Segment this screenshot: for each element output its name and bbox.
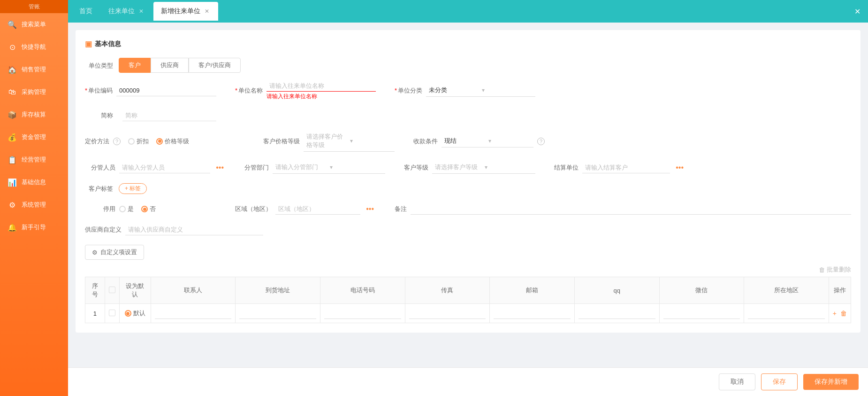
cell-address[interactable] [236, 304, 320, 323]
region-input[interactable] [748, 308, 825, 319]
payment-terms-value: 现结 [444, 137, 487, 145]
header-checkbox[interactable] [109, 287, 115, 293]
add-row-button[interactable]: + [833, 310, 837, 317]
th-fax: 传真 [405, 277, 490, 304]
cell-contact[interactable] [151, 304, 236, 323]
area-input[interactable] [275, 203, 360, 215]
unit-type-both[interactable]: 客户/供应商 [189, 58, 241, 73]
disabled-yes-label: 是 [128, 205, 134, 213]
save-button[interactable]: 保存 [761, 373, 798, 390]
unit-name-field: 单位名称 请输入往来单位名称 [235, 80, 376, 101]
unit-name-input[interactable] [266, 80, 376, 92]
th-default: 设为默认 [119, 277, 151, 304]
unit-code-input[interactable] [116, 85, 216, 96]
unit-type-label: 单位类型 [89, 62, 113, 69]
chevron-down-icon4: ▾ [330, 164, 382, 171]
remark-input[interactable] [411, 203, 851, 215]
payment-help-icon[interactable]: ? [537, 138, 545, 145]
sidebar-item-basic-info[interactable]: 📊 基础信息 [0, 171, 68, 194]
inventory-icon: 📦 [8, 110, 17, 119]
unit-type-supplier[interactable]: 供应商 [151, 58, 189, 73]
tab-home[interactable]: 首页 [72, 2, 100, 21]
unit-type-row: 单位类型 客户 供应商 客户/供应商 [85, 58, 851, 73]
pricing-level-radio[interactable]: 价格等级 [156, 137, 189, 146]
tab-bar-close-button[interactable]: ✕ [851, 5, 864, 18]
unit-info-row: 单位编码 单位名称 请输入往来单位名称 [85, 80, 851, 101]
custom-settings-button[interactable]: ⚙ 自定义项设置 [85, 245, 144, 260]
area-dots-button[interactable]: ••• [364, 205, 376, 213]
row-checkbox[interactable] [109, 310, 115, 316]
qq-input[interactable] [579, 308, 655, 319]
sidebar-item-label: 经营管理 [22, 155, 46, 164]
delete-row-button[interactable]: 🗑 [840, 310, 847, 317]
cell-fax[interactable] [405, 304, 490, 323]
short-name-input[interactable] [122, 110, 216, 121]
cancel-button[interactable]: 取消 [719, 373, 755, 390]
sidebar-item-inventory[interactable]: 📦 库存核算 [0, 103, 68, 126]
customer-tags-label: 客户标签 [85, 185, 119, 193]
content-area: ▣ 基本信息 单位类型 客户 供应商 客户/供应商 [68, 23, 868, 367]
tab-home-label: 首页 [79, 7, 92, 16]
chevron-down-icon: ▾ [482, 87, 533, 93]
sidebar-item-sales[interactable]: 🏠 销售管理 [0, 58, 68, 81]
payment-terms-select[interactable]: 现结 ▾ [442, 135, 533, 148]
unit-category-select[interactable]: 未分类 ▾ [426, 84, 535, 97]
email-input[interactable] [494, 308, 571, 319]
sidebar-item-quick-nav[interactable]: ⊙ 快捷导航 [0, 36, 68, 58]
customer-level-select[interactable]: 请选择客户等级 ▾ [432, 161, 535, 174]
short-name-row: 简称 [85, 110, 851, 121]
settlement-field: 结算单位 ••• [554, 162, 685, 173]
manager-input[interactable] [119, 162, 210, 173]
cell-seq: 1 [85, 304, 105, 323]
tab-new-contact-close[interactable]: ✕ [203, 8, 211, 15]
settlement-dots-button[interactable]: ••• [674, 163, 685, 172]
customer-price-level-select[interactable]: 请选择客户价格等级 ▾ [304, 131, 395, 152]
cell-qq[interactable] [574, 304, 659, 323]
operation-icon: 📋 [8, 155, 17, 164]
save-new-button[interactable]: 保存并新增 [803, 374, 859, 390]
cell-wechat[interactable] [659, 304, 744, 323]
chevron-down-icon2: ▾ [350, 138, 392, 144]
pricing-discount-radio[interactable]: 折扣 [128, 137, 149, 146]
settlement-input[interactable] [582, 162, 670, 173]
default-radio-item[interactable]: 默认 [123, 309, 147, 318]
tab-contacts-close[interactable]: ✕ [137, 8, 145, 15]
cell-region[interactable] [744, 304, 829, 323]
sidebar-item-purchase[interactable]: 🛍 采购管理 [0, 81, 68, 103]
manager-dots-button[interactable]: ••• [214, 163, 226, 172]
sidebar-item-guide[interactable]: 🔔 新手引导 [0, 216, 68, 239]
disabled-yes-radio[interactable]: 是 [119, 205, 134, 213]
department-select[interactable]: 请输入分管部门 ▾ [273, 161, 385, 174]
sidebar-item-search[interactable]: 🔍 搜索菜单 [0, 13, 68, 36]
wechat-input[interactable] [663, 308, 740, 319]
sidebar-item-label: 资金管理 [22, 133, 46, 141]
tab-new-contact[interactable]: 新增往来单位 ✕ [153, 2, 218, 21]
remark-label: 备注 [395, 205, 407, 213]
contact-input[interactable] [155, 308, 232, 319]
batch-delete-area[interactable]: 🗑 批量删除 [85, 265, 851, 274]
sidebar-item-finance[interactable]: 💰 资金管理 [0, 126, 68, 148]
sidebar: 管账 🔍 搜索菜单 ⊙ 快捷导航 🏠 销售管理 🛍 采购管理 📦 库存核算 💰 … [0, 0, 68, 396]
phone-input[interactable] [324, 308, 401, 319]
pricing-level-label: 价格等级 [165, 137, 189, 146]
th-phone: 电话号码 [320, 277, 405, 304]
sidebar-item-system[interactable]: ⚙ 系统管理 [0, 194, 68, 216]
add-tag-button[interactable]: + 标签 [119, 183, 147, 194]
supplier-custom-input[interactable] [125, 224, 263, 235]
customer-level-field: 客户等级 请选择客户等级 ▾ [404, 161, 535, 174]
cell-email[interactable] [490, 304, 575, 323]
sidebar-logo: 管账 [0, 0, 68, 13]
purchase-icon: 🛍 [8, 87, 17, 97]
tab-contacts[interactable]: 往来单位 ✕ [101, 2, 152, 21]
cell-phone[interactable] [320, 304, 405, 323]
contact-table: 序号 设为默认 联系人 到货地址 电话号码 传真 邮箱 qq 微信 所在地区 操… [85, 277, 851, 323]
pricing-help-icon[interactable]: ? [113, 138, 121, 145]
supplier-custom-field: 供应商自定义 [85, 224, 263, 235]
fax-input[interactable] [409, 308, 486, 319]
short-name-label: 简称 [85, 111, 119, 120]
address-input[interactable] [239, 308, 316, 319]
sidebar-item-operation[interactable]: 📋 经营管理 [0, 148, 68, 171]
unit-type-customer[interactable]: 客户 [119, 58, 151, 73]
table-head: 序号 设为默认 联系人 到货地址 电话号码 传真 邮箱 qq 微信 所在地区 操… [85, 277, 851, 304]
disabled-no-radio[interactable]: 否 [141, 205, 156, 213]
